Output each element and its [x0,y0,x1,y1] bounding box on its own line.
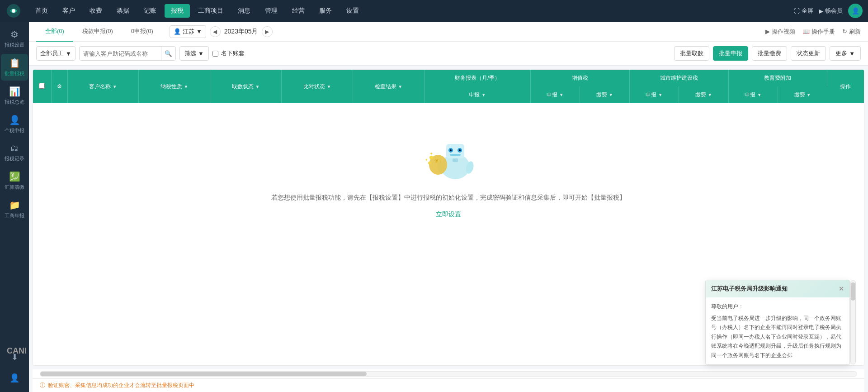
user-avatar[interactable]: 👤 [848,4,863,18]
tab-all[interactable]: 全部(0) [36,22,73,42]
nav-business[interactable]: 工商项目 [192,4,230,18]
video-icon: ▶ [765,28,770,35]
status-update-button[interactable]: 状态更新 [791,46,826,61]
notification-body: 尊敬的用户： 受当前电子税务局进一步升级的影响，同一个政务网账号（办税人）名下的… [706,297,849,364]
search-button[interactable]: 🔍 [161,46,175,61]
checkbox-label[interactable]: 名下账套 [212,49,245,57]
operation-video-link[interactable]: ▶ 操作视频 [765,28,795,36]
tax-records-icon: 🗂 [10,143,19,153]
nav-billing[interactable]: 收费 [83,4,108,18]
toolbar-right: 批量取数 批量申报 批量缴费 状态更新 更多 ▼ [674,46,861,61]
nav-invoice[interactable]: 票据 [110,4,136,18]
tab-zero-declare[interactable]: 0申报(0) [122,22,162,42]
sidebar-item-batch-tax[interactable]: 📋 批量报税 [1,54,28,81]
sidebar-item-annual-report[interactable]: 📁 工商年报 [1,196,28,223]
batch-pay-button[interactable]: 批量缴费 [752,46,787,61]
batch-fetch-button[interactable]: 批量取数 [674,46,709,61]
sidebar-settings-button[interactable]: 👤 [6,369,23,387]
empty-message: 若您想使用批量报税功能，请先在【报税设置】中进行报税的初始化设置，完成密码验证和… [271,192,626,203]
current-month: 2023年05月 [224,28,258,36]
operation-manual-link[interactable]: 📖 操作手册 [802,28,835,36]
nav-settings[interactable]: 设置 [340,4,365,18]
tabs-nav-row: 全部(0) 税款申报(0) 0申报(0) 👤 江苏 ▼ ◀ 2023年05月 ▶ [29,22,868,42]
vip-button[interactable]: ▶ 畅会员 [819,7,843,15]
horizontal-scrollbar[interactable] [40,371,857,377]
warning-icon: ⓘ [40,382,45,389]
sidebar-item-settlement[interactable]: 💹 汇算清缴 [1,167,28,194]
sidebar-item-tax-records[interactable]: 🗂 报税记录 [1,139,28,166]
warning-text: 验证账密、采集信息均成功的企业才会流转至批量报税页面中 [48,382,194,389]
svg-point-6 [450,149,452,151]
nav-tax[interactable]: 报税 [165,4,190,18]
nav-management[interactable]: 管理 [259,4,284,18]
cani-watermark: CANI [0,337,33,365]
svg-text:✦: ✦ [429,151,433,156]
filter-chevron-icon: ▼ [198,50,204,57]
batch-tax-icon: 📋 [9,57,20,68]
nav-home[interactable]: 首页 [29,4,54,18]
refresh-icon: ↻ [842,28,847,35]
vip-icon: ▶ [819,8,823,14]
month-navigator: ◀ 2023年05月 ▶ [210,26,273,37]
fetch-status-header: 取数状态 ▼ [210,70,282,103]
svg-rect-8 [450,154,461,156]
data-table: ⚙ 客户名称 ▼ 纳税性质 ▼ 取数状态 ▼ [33,70,864,246]
tab-tax-declare[interactable]: 税款申报(0) [73,22,122,42]
edu-pay-header: 缴费 ▼ [778,86,827,103]
settlement-icon: 💹 [9,171,20,182]
check-result-header: 检查结果 ▼ [353,70,425,103]
svg-point-15 [428,162,431,164]
fullscreen-button[interactable]: ⛶ 全屏 [794,7,813,15]
app-logo[interactable] [5,3,22,19]
select-all-checkbox[interactable] [39,83,45,89]
notification-content: 江苏电子税务局升级影响通知 ✕ 尊敬的用户： 受当前电子税务局进一步升级的影响，… [706,280,849,364]
sidebar-item-tax-overview[interactable]: 📊 报税总览 [1,82,28,109]
toolbar: 全部员工 ▼ 🔍 筛选 ▼ 名下账套 批量取数 批量申报 批量缴费 状态更新 [29,42,868,66]
annual-report-icon: 📁 [9,200,20,210]
next-month-button[interactable]: ▶ [262,26,273,37]
nav-bookkeeping[interactable]: 记账 [137,4,163,18]
svg-point-7 [459,149,461,151]
nav-messages[interactable]: 消息 [231,4,257,18]
nav-customer[interactable]: 客户 [56,4,81,18]
nav-operations[interactable]: 经营 [286,4,311,18]
region-select[interactable]: 👤 江苏 ▼ [170,25,206,38]
region-person-icon: 👤 [174,28,181,35]
horizontal-scrollbar-area [33,369,864,378]
nav-service[interactable]: 服务 [313,4,338,18]
notification-panel: 江苏电子税务局升级影响通知 ✕ 尊敬的用户： 受当前电子税务局进一步升级的影响，… [705,280,850,365]
sidebar-item-personal-tax[interactable]: 👤 个税申报 [1,111,28,138]
batch-declare-button[interactable]: 批量申报 [713,46,748,61]
more-button[interactable]: 更多 ▼ [830,46,861,61]
compare-status-filter-icon[interactable]: ▼ [326,84,331,89]
employee-select-label: 全部员工 [40,49,64,57]
tax-type-header: 纳税性质 ▼ [139,70,210,103]
prev-month-button[interactable]: ◀ [210,26,221,37]
robot-illustration: ¥ ✦ ✦ [417,130,480,185]
select-all-header [33,70,51,103]
urban-declare-header: 申报 ▼ [629,86,679,103]
edu-declare-header: 申报 ▼ [728,86,778,103]
warning-bar: ⓘ 验证账密、采集信息均成功的企业才会流转至批量报税页面中 [33,378,864,392]
sidebar-item-tax-settings[interactable]: ⚙ 报税设置 [1,25,28,52]
check-result-filter-icon[interactable]: ▼ [398,84,402,89]
refresh-button[interactable]: ↻ 刷新 [842,28,861,36]
tax-type-filter-icon[interactable]: ▼ [184,84,189,89]
fetch-status-filter-icon[interactable]: ▼ [255,84,259,89]
financial-report-declare-header: 申报 ▼ [425,86,531,103]
notification-close-button[interactable]: ✕ [839,285,844,292]
filter-button[interactable]: 筛选 ▼ [179,46,209,61]
search-input[interactable] [80,48,161,59]
accounts-checkbox[interactable] [212,51,218,57]
vat-header: 增值税 [530,70,629,86]
personal-tax-icon: 👤 [9,115,20,125]
setup-link[interactable]: 立即设置 [436,210,461,219]
top-navigation: 首页 客户 收费 票据 记账 报税 工商项目 消息 管理 经营 服务 设置 ⛶ … [0,0,868,22]
region-month-group: 👤 江苏 ▼ ◀ 2023年05月 ▶ [170,25,273,38]
compare-status-header: 比对状态 ▼ [282,70,353,103]
notification-scrollbar[interactable] [850,280,856,364]
education-surcharge-header: 教育费附加 [728,70,827,86]
svg-point-14 [429,156,433,159]
employee-select[interactable]: 全部员工 ▼ [36,46,75,61]
customer-name-filter-icon[interactable]: ▼ [113,84,117,89]
